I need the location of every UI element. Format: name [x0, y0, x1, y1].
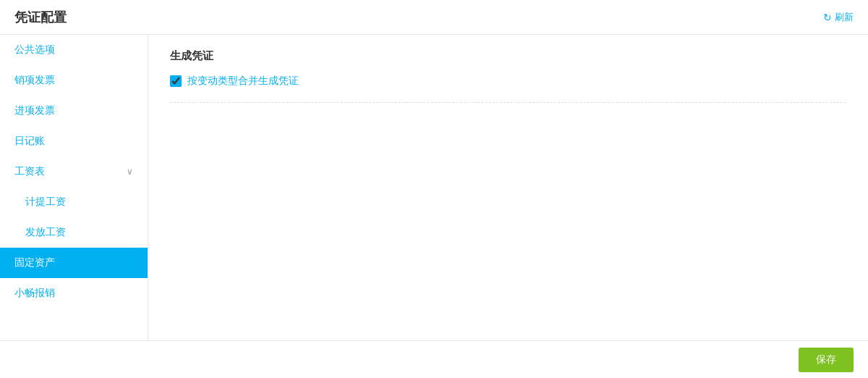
checkbox-row: 按变动类型合并生成凭证 [170, 75, 846, 88]
sidebar-label-payroll-accrual: 计提工资 [25, 196, 66, 209]
save-button[interactable]: 保存 [799, 348, 854, 372]
sidebar-item-purchase-invoice[interactable]: 进项发票 [0, 96, 148, 126]
sidebar-item-fixed-assets[interactable]: 固定资产 [0, 248, 148, 278]
content-area: 生成凭证 按变动类型合并生成凭证 [148, 35, 868, 340]
refresh-icon: ↻ [823, 12, 832, 23]
sidebar: 公共选项销项发票进项发票日记账工资表∨计提工资发放工资固定资产小畅报销 [0, 35, 148, 340]
sidebar-label-payroll-sheet: 工资表 [14, 165, 45, 178]
sidebar-item-payroll-sheet[interactable]: 工资表∨ [0, 156, 148, 187]
header: 凭证配置 ↻ 刷新 [0, 0, 868, 35]
sidebar-label-payroll-disbursement: 发放工资 [25, 226, 66, 239]
section-divider [170, 102, 846, 103]
sidebar-item-journal[interactable]: 日记账 [0, 126, 148, 156]
section-title: 生成凭证 [170, 49, 846, 63]
page-title: 凭证配置 [14, 9, 67, 26]
refresh-label: 刷新 [835, 11, 854, 24]
sidebar-label-sales-invoice: 销项发票 [14, 74, 55, 87]
merge-by-type-label[interactable]: 按变动类型合并生成凭证 [187, 75, 299, 88]
chevron-down-icon: ∨ [127, 167, 133, 177]
sidebar-label-expense-reimbursement: 小畅报销 [14, 287, 55, 300]
merge-by-type-checkbox[interactable] [170, 75, 182, 87]
sidebar-label-purchase-invoice: 进项发票 [14, 104, 55, 117]
sidebar-item-public-options[interactable]: 公共选项 [0, 35, 148, 65]
main-content: 公共选项销项发票进项发票日记账工资表∨计提工资发放工资固定资产小畅报销 生成凭证… [0, 35, 868, 340]
sidebar-label-public-options: 公共选项 [14, 43, 55, 56]
sidebar-label-journal: 日记账 [14, 135, 45, 148]
sidebar-label-fixed-assets: 固定资产 [14, 256, 55, 269]
refresh-button[interactable]: ↻ 刷新 [823, 11, 854, 24]
sidebar-item-sales-invoice[interactable]: 销项发票 [0, 65, 148, 96]
sidebar-item-payroll-disbursement[interactable]: 发放工资 [0, 217, 148, 248]
sidebar-item-expense-reimbursement[interactable]: 小畅报销 [0, 278, 148, 308]
footer: 保存 [0, 340, 868, 378]
sidebar-item-payroll-accrual[interactable]: 计提工资 [0, 187, 148, 217]
